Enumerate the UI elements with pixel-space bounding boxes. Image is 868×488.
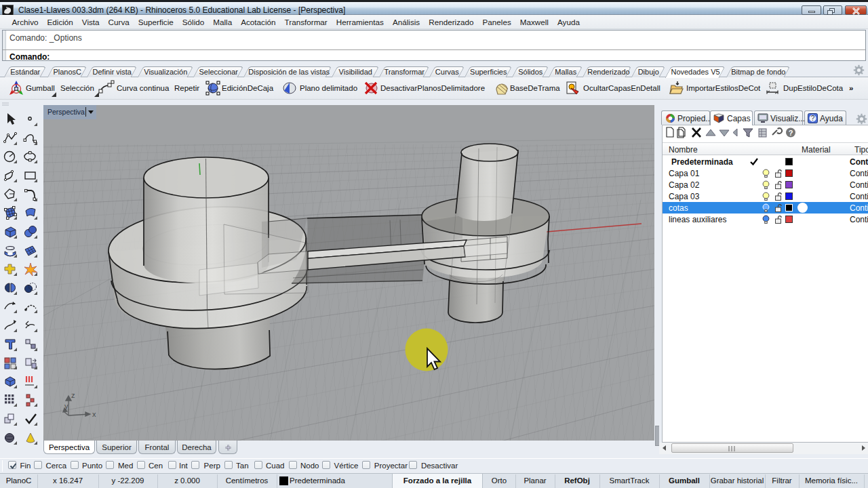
svg-text:?: ?: [811, 115, 815, 122]
svg-text:y: y: [64, 402, 68, 410]
svg-text:x: x: [92, 410, 96, 418]
svg-text:z: z: [71, 391, 75, 399]
svg-text:?: ?: [789, 129, 793, 137]
